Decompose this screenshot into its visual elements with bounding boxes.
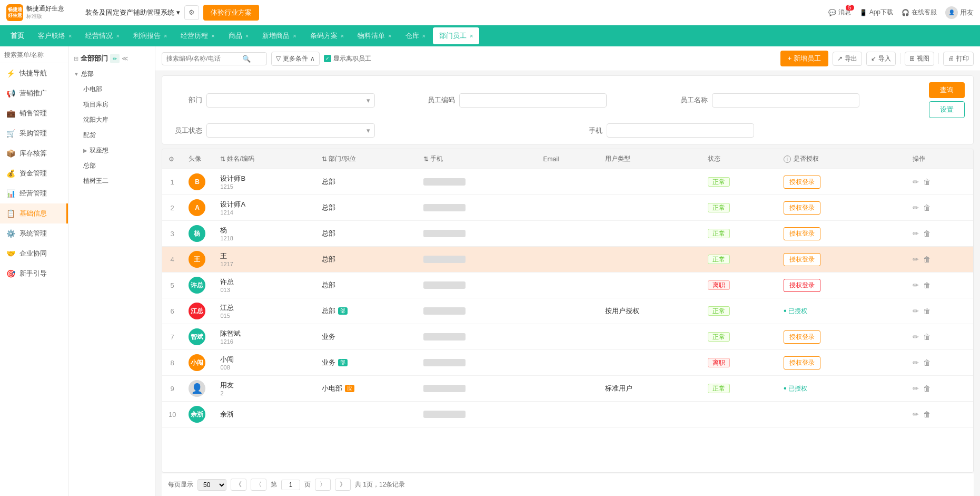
dept-collapse-icon[interactable]: ≪ [122,55,128,62]
print-btn[interactable]: 🖨 打印 [943,52,974,66]
more-filter-btn[interactable]: ▽ 更多条件 ∧ [271,52,320,66]
tab-warehouse[interactable]: 仓库 × [399,27,432,44]
edit-btn[interactable]: ✏ [913,307,919,315]
edit-btn[interactable]: ✏ [913,358,919,367]
delete-btn[interactable]: 🗑 [923,281,930,289]
auth-login-btn[interactable]: 授权登录 [784,227,820,240]
search-input[interactable] [166,55,240,62]
view-btn[interactable]: ⊞ 视图 [905,52,934,66]
query-button[interactable]: 查询 [929,82,965,98]
edit-btn[interactable]: ✏ [913,255,919,264]
th-dept[interactable]: ⇅部门/职位 [315,149,417,169]
sidebar-item-purchase[interactable]: 🛒 采购管理 [0,123,68,143]
close-icon[interactable]: × [422,33,425,39]
user-area[interactable]: 👤 用友 [945,6,974,19]
auth-login-btn[interactable]: 授权登录 [784,356,820,369]
delete-btn[interactable]: 🗑 [923,307,930,315]
delete-btn[interactable]: 🗑 [923,255,930,264]
add-employee-button[interactable]: + 新增员工 [780,51,828,66]
close-icon[interactable]: × [164,33,167,39]
tab-operations[interactable]: 经营情况 × [79,27,125,44]
dept-group-headquarters[interactable]: ▼ 总部 [68,66,155,82]
sidebar-item-inventory[interactable]: 📦 库存核算 [0,143,68,163]
auth-login-btn[interactable]: 授权登录 [784,253,820,266]
close-icon[interactable]: × [470,33,473,39]
next-page-btn[interactable]: 〉 [315,479,331,491]
th-phone[interactable]: ⇅手机 [417,149,537,169]
delete-btn[interactable]: 🗑 [923,333,930,341]
last-page-btn[interactable]: 》 [335,479,351,491]
edit-btn[interactable]: ✏ [913,333,919,341]
trial-button[interactable]: 体验行业方案 [203,5,259,21]
online-service-btn[interactable]: 🎧 在线客服 [902,8,937,17]
edit-btn[interactable]: ✏ [913,410,919,419]
page-number-input[interactable] [281,480,300,490]
delete-btn[interactable]: 🗑 [923,410,930,419]
dept-select[interactable]: ▾ [206,93,375,108]
sidebar-item-sales[interactable]: 💼 销售管理 [0,103,68,123]
tab-barcode[interactable]: 条码方案 × [304,27,350,44]
status-select[interactable]: ▾ [206,123,375,138]
tab-add-goods[interactable]: 新增商品 × [256,27,302,44]
th-settings[interactable]: ⚙ [162,149,182,169]
auth-login-btn[interactable]: 授权登录 [784,279,820,292]
sidebar-item-nav[interactable]: ⚡ 快捷导航 [0,63,68,83]
import-btn[interactable]: ↙ 导入 [866,52,896,66]
dept-item-xiaodibu[interactable]: 小电部 [68,82,155,97]
edit-btn[interactable]: ✏ [913,384,919,393]
tab-department[interactable]: 部门员工 × [433,27,479,44]
delete-btn[interactable]: 🗑 [923,229,930,238]
dept-item-zongbu[interactable]: 总部 [68,158,155,173]
delete-btn[interactable]: 🗑 [923,203,930,212]
sidebar-item-collab[interactable]: 🤝 企业协同 [0,244,68,264]
settings-icon-btn[interactable]: ⚙ [184,5,199,20]
close-icon[interactable]: × [245,33,249,39]
phone-input[interactable] [607,123,754,138]
app-download-btn[interactable]: 📱 App下载 [859,8,893,17]
delete-btn[interactable]: 🗑 [923,384,930,393]
emp-code-input[interactable] [459,93,607,108]
delete-btn[interactable]: 🗑 [923,358,930,367]
dept-edit-icon[interactable]: ✏ [110,54,120,63]
edit-btn[interactable]: ✏ [913,229,919,238]
dept-item-zhishu[interactable]: 植树王二 [68,173,155,189]
show-resigned-checkbox[interactable]: ✓ 显示离职员工 [324,54,371,63]
page-size-select[interactable]: 50 100 [197,479,226,491]
info-icon[interactable]: i [784,155,791,163]
tab-profit[interactable]: 利润报告 × [127,27,173,44]
dept-item-shenyang[interactable]: 沈阳大库 [68,112,155,128]
export-btn[interactable]: ↗ 导出 [833,52,862,66]
tab-customer[interactable]: 客户联络 × [32,27,78,44]
auth-login-btn[interactable]: 授权登录 [784,201,820,215]
edit-btn[interactable]: ✏ [913,178,919,186]
close-icon[interactable]: × [116,33,119,39]
tab-home[interactable]: 首页 [4,27,31,44]
tab-bom[interactable]: 物料清单 × [351,27,398,44]
set-button[interactable]: 设置 [929,101,965,118]
message-btn[interactable]: 💬 消息 5 [828,8,851,17]
dept-item-shuangzuo[interactable]: ▶双座想 [68,143,155,158]
sidebar-item-finance[interactable]: 💰 资金管理 [0,163,68,183]
auth-login-btn[interactable]: 授权登录 [784,330,820,344]
emp-name-input[interactable] [712,93,859,108]
sidebar-item-business[interactable]: 📊 经营管理 [0,183,68,203]
delete-btn[interactable]: 🗑 [923,178,930,186]
prev-page-btn[interactable]: 〈 [251,479,266,491]
close-icon[interactable]: × [388,33,391,39]
sidebar-item-guide[interactable]: 🎯 新手引导 [0,264,68,284]
tab-goods[interactable]: 商品 × [222,27,255,44]
sidebar-item-system[interactable]: ⚙️ 系统管理 [0,223,68,244]
close-icon[interactable]: × [293,33,296,39]
edit-btn[interactable]: ✏ [913,281,919,289]
sidebar-item-marketing[interactable]: 📢 营销推广 [0,83,68,103]
first-page-btn[interactable]: 《 [231,479,246,491]
system-title-dropdown[interactable]: 装备及固定资产辅助管理系统 ▾ [85,8,180,17]
th-name[interactable]: ⇅姓名/编码 [214,149,315,169]
close-icon[interactable]: × [341,33,344,39]
close-icon[interactable]: × [68,33,72,39]
tab-history[interactable]: 经营历程 × [174,27,221,44]
auth-login-btn[interactable]: 授权登录 [784,176,820,189]
edit-btn[interactable]: ✏ [913,203,919,212]
sidebar-item-basic[interactable]: 📋 基础信息 [0,203,68,223]
sidebar-search-input[interactable] [4,51,68,59]
